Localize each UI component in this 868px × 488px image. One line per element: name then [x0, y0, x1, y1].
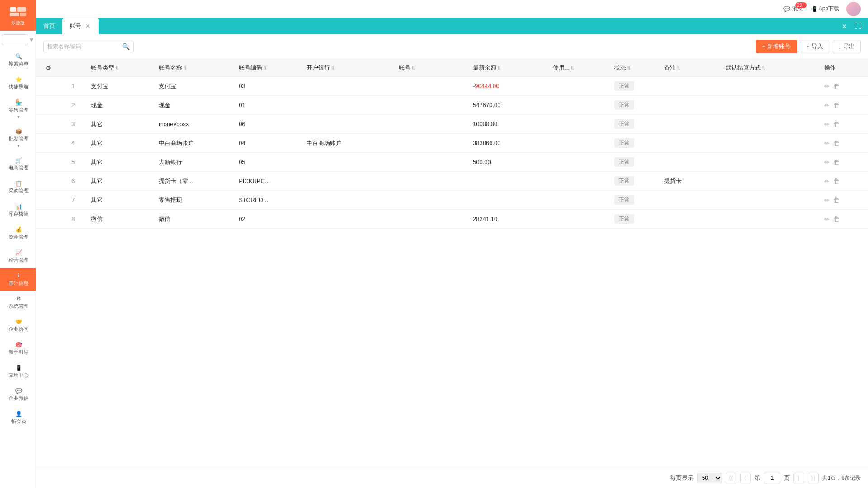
col-usage[interactable]: 使用...⇅ — [547, 59, 609, 77]
row-note: 提货卡 — [659, 172, 720, 191]
delete-icon[interactable]: 🗑 — [833, 197, 840, 204]
edit-icon[interactable]: ✏ — [824, 102, 830, 109]
edit-icon[interactable]: ✏ — [824, 121, 830, 128]
row-settlement — [720, 77, 819, 96]
sidebar-item-agreement[interactable]: 🤝 企业协同 — [0, 314, 36, 337]
table-row: 6 其它 提货卡（零... PICKUPC... 正常 提货卡 ✏ 🗑 — [36, 172, 868, 191]
import-label: 导入 — [811, 42, 823, 51]
row-type: 其它 — [85, 191, 153, 210]
topbar-avatar[interactable] — [846, 2, 861, 16]
toolbar-left: 🔍 — [43, 41, 134, 52]
page-total: 共1页，8条记录 — [822, 474, 861, 482]
search-icon[interactable]: 🔍 — [122, 43, 130, 50]
sidebar-item-label-wechat: 企业微信 — [9, 395, 28, 402]
sidebar-capital-icon: 💰 — [15, 226, 22, 233]
row-action: ✏ 🗑 — [819, 191, 868, 210]
sidebar-item-label-retail: 零售管理 — [9, 107, 28, 113]
export-button[interactable]: ↓ 导出 — [833, 40, 861, 53]
edit-icon[interactable]: ✏ — [824, 83, 830, 90]
sidebar-item-member[interactable]: 👤 畅会员 — [0, 406, 36, 429]
delete-icon[interactable]: 🗑 — [833, 83, 840, 90]
sidebar-item-wholesale[interactable]: 📦 批发管理 ▼ — [0, 124, 36, 153]
sidebar-item-ecommerce[interactable]: 🛒 电商管理 — [0, 153, 36, 176]
search-input[interactable] — [47, 43, 120, 50]
sidebar-item-retail[interactable]: 🏪 零售管理 ▼ — [0, 95, 36, 124]
edit-icon[interactable]: ✏ — [824, 216, 830, 223]
row-account — [393, 134, 467, 153]
tab-home[interactable]: 首页 — [36, 18, 62, 34]
sidebar-item-search[interactable]: 🔍 搜索菜单 — [0, 49, 36, 72]
edit-icon[interactable]: ✏ — [824, 197, 830, 204]
sidebar-item-quicknav[interactable]: ⭐ 快捷导航 — [0, 72, 36, 95]
page-next-btn[interactable]: ⟩ — [793, 473, 804, 483]
table-row: 1 支付宝 支付宝 03 -90444.00 正常 ✏ 🗑 — [36, 77, 868, 96]
sidebar-retail-arrow: ▼ — [16, 114, 21, 119]
col-settlement[interactable]: 默认结算方式⇅ — [720, 59, 819, 77]
tab-expand-btn[interactable]: ⛶ — [852, 21, 864, 31]
topbar-download-label: App下载 — [819, 5, 839, 13]
search-box[interactable]: 🔍 — [43, 41, 134, 52]
sidebar-search-area[interactable]: ▼ — [0, 31, 36, 49]
row-status: 正常 — [609, 77, 658, 96]
edit-icon[interactable]: ✏ — [824, 178, 830, 185]
row-settings-cell — [36, 191, 61, 210]
edit-icon[interactable]: ✏ — [824, 140, 830, 147]
sidebar-item-appcenter[interactable]: 📱 应用中心 — [0, 360, 36, 383]
sidebar-wechat-icon: 💬 — [15, 388, 22, 394]
sidebar-item-inventory[interactable]: 📊 库存核算 — [0, 199, 36, 222]
tab-account-close[interactable]: ✕ — [84, 23, 91, 30]
page-number-input[interactable]: 1 — [764, 473, 780, 483]
col-bank[interactable]: 开户银行⇅ — [301, 59, 393, 77]
row-balance: 28241.10 — [467, 210, 547, 229]
sidebar-item-guide[interactable]: 🎯 新手引导 — [0, 337, 36, 360]
accounts-table: ⚙ 账号类型⇅ 账号名称⇅ 账号编码⇅ 开户银行⇅ — [36, 59, 868, 229]
delete-icon[interactable]: 🗑 — [833, 102, 840, 109]
page-prev-btn[interactable]: ⟨ — [740, 473, 751, 483]
row-usage — [547, 153, 609, 172]
col-code[interactable]: 账号编码⇅ — [233, 59, 301, 77]
tab-close-all-btn[interactable]: ✕ — [839, 21, 850, 32]
edit-icon[interactable]: ✏ — [824, 159, 830, 166]
col-settings[interactable]: ⚙ — [36, 59, 61, 77]
sidebar-item-purchase[interactable]: 📋 采购管理 — [0, 176, 36, 199]
sidebar-search-input[interactable] — [2, 34, 28, 45]
message-icon: 💬 — [783, 6, 790, 12]
col-type[interactable]: 账号类型⇅ — [85, 59, 153, 77]
add-account-button[interactable]: + 新增账号 — [756, 40, 797, 53]
row-code: 03 — [233, 77, 301, 96]
app-logo[interactable]: 乐捷版 — [0, 0, 36, 31]
sidebar-dropdown-icon[interactable]: ▼ — [29, 37, 34, 43]
sidebar-item-system[interactable]: ⚙ 系统管理 — [0, 291, 36, 314]
sidebar-item-basic[interactable]: ℹ 基础信息 — [0, 268, 36, 291]
page-last-btn[interactable]: ⟩⟩ — [808, 473, 819, 483]
delete-icon[interactable]: 🗑 — [833, 159, 840, 166]
sidebar-item-operations[interactable]: 📈 经营管理 — [0, 245, 36, 268]
col-name[interactable]: 账号名称⇅ — [153, 59, 233, 77]
row-bank: 中百商场账户 — [301, 134, 393, 153]
delete-icon[interactable]: 🗑 — [833, 140, 840, 147]
row-usage — [547, 77, 609, 96]
tab-account[interactable]: 账号 ✕ — [62, 18, 99, 34]
col-balance[interactable]: 最新余额⇅ — [467, 59, 547, 77]
col-account[interactable]: 账号⇅ — [393, 59, 467, 77]
sidebar-item-capital[interactable]: 💰 资金管理 — [0, 222, 36, 245]
settings-icon[interactable]: ⚙ — [46, 65, 51, 71]
col-status[interactable]: 状态⇅ — [609, 59, 658, 77]
row-name: 零售抵现 — [153, 191, 233, 210]
topbar-message[interactable]: 💬 消息 99+ — [783, 5, 803, 13]
export-label: 导出 — [843, 42, 855, 51]
sidebar-item-wechat[interactable]: 💬 企业微信 — [0, 383, 36, 406]
row-type: 现金 — [85, 96, 153, 115]
delete-icon[interactable]: 🗑 — [833, 216, 840, 223]
import-button[interactable]: ↑ 导入 — [801, 40, 829, 53]
sidebar-item-label-member: 畅会员 — [11, 418, 26, 425]
page-first-btn[interactable]: ⟨⟨ — [726, 473, 736, 483]
table-header-row: ⚙ 账号类型⇅ 账号名称⇅ 账号编码⇅ 开户银行⇅ — [36, 59, 868, 77]
delete-icon[interactable]: 🗑 — [833, 121, 840, 128]
per-page-select[interactable]: 50 100 — [697, 473, 722, 483]
topbar-download[interactable]: 📲 App下载 — [810, 5, 839, 13]
delete-icon[interactable]: 🗑 — [833, 178, 840, 185]
row-bank — [301, 210, 393, 229]
row-code: 06 — [233, 115, 301, 134]
col-note[interactable]: 备注⇅ — [659, 59, 720, 77]
